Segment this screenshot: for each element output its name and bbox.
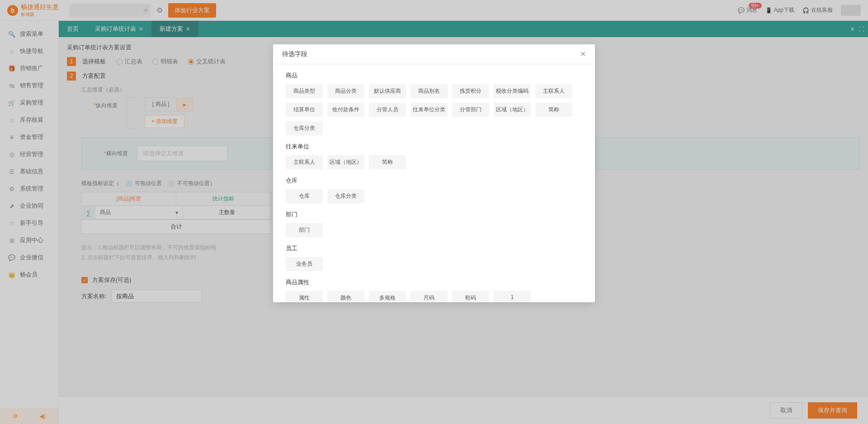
field-tag[interactable]: 分管部门	[452, 103, 489, 117]
field-group: 仓库仓库仓库分类	[286, 176, 582, 203]
field-group-title: 员工	[286, 244, 582, 252]
field-tag[interactable]: 鞋码	[452, 291, 489, 302]
modal-overlay[interactable]: 待选字段 ✕ 商品商品类型商品分类默认供应商商品别名拣货积分税收分类编码主联系人…	[0, 0, 868, 424]
field-tag[interactable]: 简称	[369, 155, 406, 169]
field-tag[interactable]: 主联系人	[535, 84, 572, 98]
field-tag[interactable]: 结算单位	[286, 103, 323, 117]
field-tag[interactable]: 税收分类编码	[494, 84, 531, 98]
field-tag[interactable]: 仓库分类	[286, 121, 323, 135]
field-tag[interactable]: 往来单位分类	[410, 103, 448, 117]
field-tag[interactable]: 业务员	[286, 257, 323, 271]
field-group-title: 往来单位	[286, 143, 582, 151]
field-tag[interactable]: 多规格	[369, 291, 406, 302]
field-tag[interactable]: 1	[494, 291, 531, 302]
field-group-title: 部门	[286, 210, 582, 219]
field-tag[interactable]: 尺码	[410, 291, 448, 302]
field-tag[interactable]: 部门	[286, 223, 323, 237]
field-tag[interactable]: 简称	[535, 103, 572, 117]
modal-title: 待选字段	[282, 50, 307, 58]
field-group: 商品商品类型商品分类默认供应商商品别名拣货积分税收分类编码主联系人结算单位收付款…	[286, 71, 582, 135]
field-tag[interactable]: 分管人员	[369, 103, 406, 117]
field-tag[interactable]: 默认供应商	[369, 84, 406, 98]
field-tag[interactable]: 颜色	[327, 291, 364, 302]
field-selector-modal: 待选字段 ✕ 商品商品类型商品分类默认供应商商品别名拣货积分税收分类编码主联系人…	[273, 44, 595, 302]
field-tag[interactable]: 商品分类	[327, 84, 364, 98]
field-group-title: 商品	[286, 71, 582, 80]
close-icon[interactable]: ✕	[580, 50, 586, 58]
field-tag[interactable]: 仓库	[286, 189, 323, 203]
field-group: 员工业务员	[286, 244, 582, 271]
field-group-title: 商品属性	[286, 278, 582, 286]
field-tag[interactable]: 商品别名	[410, 84, 448, 98]
field-group-title: 仓库	[286, 176, 582, 185]
field-tag[interactable]: 区域（地区）	[327, 155, 364, 169]
field-tag[interactable]: 区域（地区）	[494, 103, 531, 117]
field-group: 往来单位主联系人区域（地区）简称	[286, 143, 582, 169]
field-tag[interactable]: 属性	[286, 291, 323, 302]
field-tag[interactable]: 商品类型	[286, 84, 323, 98]
field-tag[interactable]: 仓库分类	[327, 189, 364, 203]
field-group: 商品属性属性颜色多规格尺码鞋码1	[286, 278, 582, 302]
field-tag[interactable]: 主联系人	[286, 155, 323, 169]
field-tag[interactable]: 拣货积分	[452, 84, 489, 98]
field-tag[interactable]: 收付款条件	[327, 103, 364, 117]
field-group: 部门部门	[286, 210, 582, 237]
